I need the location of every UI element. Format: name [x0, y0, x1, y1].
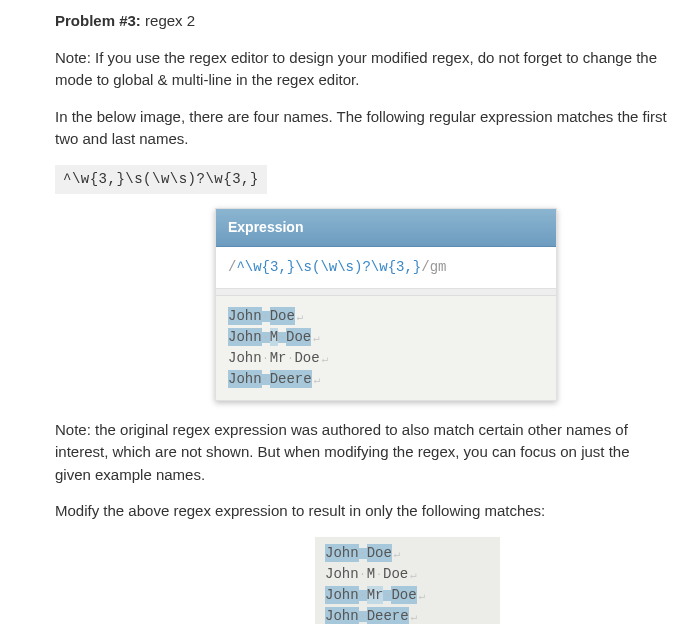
editor-divider: [216, 289, 556, 296]
space-dot-icon: ·: [359, 590, 367, 601]
name-token: M: [270, 328, 278, 346]
space-dot-icon: ·: [359, 611, 367, 622]
regex-pattern: ^\w{3,}\s(\w\s)?\w{3,}: [236, 259, 421, 275]
name-token: Mr: [270, 350, 287, 366]
name-line: John·M·Doe↵: [228, 327, 544, 348]
note-paragraph-2: Note: the original regex expression was …: [55, 419, 669, 487]
name-token: Mr: [367, 586, 384, 604]
return-icon: ↵: [409, 611, 418, 623]
instruction-paragraph: Modify the above regex expression to res…: [55, 500, 669, 523]
name-token: Doe: [367, 544, 392, 562]
name-line: John·M·Doe↵: [325, 564, 490, 585]
space-dot-icon: ·: [375, 569, 383, 580]
name-token: Doe: [294, 350, 319, 366]
name-token: Doe: [391, 586, 416, 604]
name-token: John: [325, 607, 359, 625]
return-icon: ↵: [311, 332, 320, 344]
name-token: John: [228, 350, 262, 366]
return-icon: ↵: [392, 548, 401, 560]
regex-close-slash: /: [421, 259, 429, 275]
name-token: Doe: [270, 307, 295, 325]
name-line: John·Doe↵: [325, 543, 490, 564]
name-token: John: [325, 544, 359, 562]
return-icon: ↵: [312, 374, 321, 386]
editor-test-body: John·Doe↵John·M·Doe↵John·Mr·Doe↵John·Dee…: [216, 296, 556, 400]
regex-editor-screenshot: Expression /^\w{3,}\s(\w\s)?\w{3,}/gm Jo…: [215, 208, 557, 401]
return-icon: ↵: [408, 569, 417, 581]
space-dot-icon: ·: [359, 569, 367, 580]
name-token: John: [228, 307, 262, 325]
name-token: M: [367, 566, 375, 582]
problem-heading: Problem #3: regex 2: [55, 10, 669, 33]
expected-matches-block: John·Doe↵John·M·Doe↵John·Mr·Doe↵John·Dee…: [315, 537, 500, 625]
return-icon: ↵: [295, 311, 304, 323]
editor-header: Expression: [216, 209, 556, 247]
name-token: Deere: [367, 607, 409, 625]
regex-flags: gm: [430, 259, 447, 275]
space-dot-icon: ·: [262, 353, 270, 364]
note-paragraph-1: Note: If you use the regex editor to des…: [55, 47, 669, 92]
name-token: John: [228, 328, 262, 346]
name-token: John: [325, 566, 359, 582]
name-line: John·Mr·Doe↵: [325, 585, 490, 606]
name-token: John: [325, 586, 359, 604]
space-dot-icon: ·: [278, 332, 286, 343]
space-dot-icon: ·: [262, 332, 270, 343]
space-dot-icon: ·: [262, 374, 270, 385]
regex-code-inline: ^\w{3,}\s(\w\s)?\w{3,}: [55, 165, 267, 194]
space-dot-icon: ·: [359, 548, 367, 559]
name-token: Doe: [383, 566, 408, 582]
space-dot-icon: ·: [262, 311, 270, 322]
name-line: John·Deere↵: [228, 369, 544, 390]
intro-paragraph: In the below image, there are four names…: [55, 106, 669, 151]
editor-regex-line: /^\w{3,}\s(\w\s)?\w{3,}/gm: [216, 247, 556, 289]
name-token: John: [228, 370, 262, 388]
return-icon: ↵: [417, 590, 426, 602]
name-line: John·Deere↵: [325, 606, 490, 625]
return-icon: ↵: [320, 353, 329, 365]
problem-label: Problem #3:: [55, 12, 141, 29]
name-line: John·Mr·Doe↵: [228, 348, 544, 369]
name-token: Doe: [286, 328, 311, 346]
name-line: John·Doe↵: [228, 306, 544, 327]
name-token: Deere: [270, 370, 312, 388]
problem-title: regex 2: [145, 12, 195, 29]
